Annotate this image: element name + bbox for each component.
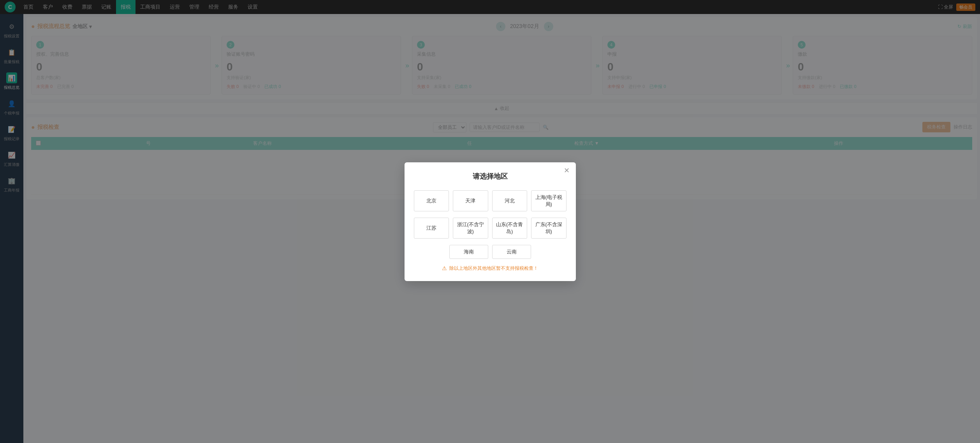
modal-title: 请选择地区 bbox=[414, 172, 567, 181]
region-grid-row1: 北京 天津 河北 上海(电子税局) bbox=[414, 190, 567, 211]
region-btn-hainan[interactable]: 海南 bbox=[449, 245, 488, 259]
region-grid-row3: 海南 云南 bbox=[414, 245, 567, 259]
region-btn-shandong[interactable]: 山东(不含青岛) bbox=[492, 218, 528, 239]
region-grid-row2: 江苏 浙江(不含宁波) 山东(不含青岛) 广东(不含深圳) bbox=[414, 218, 567, 239]
region-btn-guangdong[interactable]: 广东(不含深圳) bbox=[531, 218, 567, 239]
region-btn-shanghai[interactable]: 上海(电子税局) bbox=[531, 190, 567, 211]
region-btn-zhejiang[interactable]: 浙江(不含宁波) bbox=[453, 218, 488, 239]
region-btn-yunnan[interactable]: 云南 bbox=[492, 245, 531, 259]
region-select-modal: ✕ 请选择地区 北京 天津 河北 上海(电子税局) 江苏 浙江(不含宁波) 山东… bbox=[405, 162, 576, 281]
region-btn-beijing[interactable]: 北京 bbox=[414, 190, 449, 211]
modal-overlay: ✕ 请选择地区 北京 天津 河北 上海(电子税局) 江苏 浙江(不含宁波) 山东… bbox=[0, 0, 980, 443]
warning-text: 除以上地区外其他地区暂不支持报税检查！ bbox=[449, 265, 538, 272]
modal-warning: ⚠ 除以上地区外其他地区暂不支持报税检查！ bbox=[414, 265, 567, 272]
warning-icon: ⚠ bbox=[442, 265, 447, 271]
region-btn-jiangsu[interactable]: 江苏 bbox=[414, 218, 449, 239]
region-btn-hebei[interactable]: 河北 bbox=[492, 190, 528, 211]
region-btn-tianjin[interactable]: 天津 bbox=[453, 190, 488, 211]
modal-close-btn[interactable]: ✕ bbox=[564, 167, 570, 174]
